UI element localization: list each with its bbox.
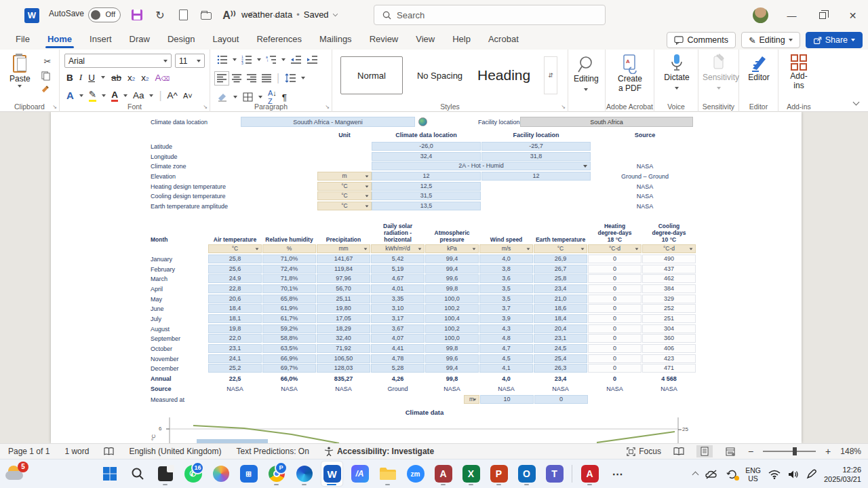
tab-review[interactable]: Review xyxy=(361,31,408,50)
store-button[interactable]: ⊞ xyxy=(238,462,259,486)
tab-mailings[interactable]: Mailings xyxy=(311,31,361,50)
month-cell[interactable]: 99,6 xyxy=(425,354,479,363)
open-folder-icon[interactable] xyxy=(198,7,214,23)
start-button[interactable] xyxy=(99,462,120,486)
tab-design[interactable]: Design xyxy=(159,31,203,50)
month-cell[interactable]: 106,50 xyxy=(317,354,370,363)
month-cell[interactable]: 141,67 xyxy=(317,255,370,263)
font-size-select[interactable]: 11 xyxy=(175,54,205,68)
month-cell[interactable]: 4,07 xyxy=(371,334,425,343)
page-indicator[interactable]: Page 1 of 1 xyxy=(8,447,50,456)
month-cell[interactable]: 61,9% xyxy=(262,304,316,313)
text-predictions[interactable]: Text Predictions: On xyxy=(237,447,309,456)
info-zone-select[interactable]: 2A - Hot - Humid xyxy=(372,162,591,170)
excel-button[interactable]: X xyxy=(460,462,481,486)
dictate-button[interactable]: Dictate xyxy=(663,54,691,92)
justify-icon[interactable] xyxy=(262,74,271,83)
underline-dropdown[interactable] xyxy=(101,76,105,79)
bullets-icon[interactable] xyxy=(217,55,228,64)
month-cell[interactable]: 25,11 xyxy=(317,295,370,303)
language-indicator[interactable]: English (United Kingdom) xyxy=(129,447,221,456)
info-climate-0[interactable]: -26,0 xyxy=(372,142,481,151)
speaker-icon[interactable] xyxy=(788,470,799,479)
format-painter-icon[interactable] xyxy=(41,84,51,94)
addins-button[interactable]: Add-ins xyxy=(785,54,812,90)
slash-a-app-button[interactable]: /A xyxy=(349,462,370,486)
tab-draw[interactable]: Draw xyxy=(121,31,159,50)
month-cell[interactable]: 4,0 xyxy=(479,255,533,263)
info-climate-1[interactable]: 32,4 xyxy=(372,152,481,161)
month-cell[interactable]: 18,6 xyxy=(534,304,587,313)
subscript-button[interactable]: x2 xyxy=(127,73,135,83)
month-cell[interactable]: 119,84 xyxy=(317,265,370,274)
editor-button[interactable]: Editor xyxy=(746,54,772,82)
tab-file[interactable]: File xyxy=(7,31,39,50)
month-cell[interactable]: 3,7 xyxy=(479,304,533,313)
tab-references[interactable]: References xyxy=(248,31,310,50)
create-pdf-button[interactable]: A Create a PDF xyxy=(611,54,649,93)
powerpoint-button[interactable]: P xyxy=(488,462,509,486)
info-unit-3[interactable]: m xyxy=(317,172,372,181)
info-climate-4[interactable]: 12,5 xyxy=(372,182,481,191)
month-cell[interactable]: 3,35 xyxy=(371,295,425,303)
print-layout-icon[interactable] xyxy=(696,445,713,457)
clear-formatting-button[interactable]: A⌫ xyxy=(155,73,170,83)
text-effects-button[interactable]: A xyxy=(66,90,74,101)
month-cell[interactable]: 26,9 xyxy=(534,255,587,263)
month-cell[interactable]: 4,8 xyxy=(479,334,533,343)
month-cell[interactable]: 99,4 xyxy=(425,364,479,373)
zoom-slider-handle[interactable] xyxy=(793,447,797,455)
underline-button[interactable]: U xyxy=(88,73,95,83)
month-cell[interactable]: 17,05 xyxy=(317,314,370,323)
edge-button[interactable] xyxy=(294,462,315,486)
tab-insert[interactable]: Insert xyxy=(81,31,121,50)
month-cell[interactable]: 99,4 xyxy=(425,265,479,274)
month-cell[interactable]: 26,7 xyxy=(534,265,587,274)
close-button[interactable]: ✕ xyxy=(837,0,868,31)
month-cell[interactable]: 100,4 xyxy=(425,314,479,323)
numbering-icon[interactable]: 123 xyxy=(241,55,252,64)
font-color-dropdown[interactable] xyxy=(123,94,127,97)
month-cell[interactable]: 70,1% xyxy=(262,284,316,293)
month-cell[interactable]: 23,1 xyxy=(208,344,262,353)
month-cell[interactable]: 3,6 xyxy=(479,274,533,283)
read-mode-icon[interactable] xyxy=(671,445,687,457)
tray-chevron-icon[interactable] xyxy=(693,470,698,478)
month-cell[interactable]: 65,8% xyxy=(262,295,316,303)
monthly-unit-6[interactable]: °C xyxy=(534,244,587,253)
minimize-button[interactable]: — xyxy=(776,0,807,31)
update-pending-icon[interactable] xyxy=(726,469,738,480)
month-cell[interactable]: 24,9 xyxy=(208,274,262,283)
style-no-spacing[interactable]: No Spacing xyxy=(405,56,475,94)
whatsapp-button[interactable]: ✆ 16 xyxy=(182,462,203,486)
month-cell[interactable]: 4,41 xyxy=(371,344,425,353)
wifi-icon[interactable] xyxy=(768,470,781,479)
web-layout-icon[interactable] xyxy=(722,445,738,457)
proofing-icon[interactable] xyxy=(104,447,114,456)
editing-menu-button[interactable]: Editing xyxy=(574,55,599,93)
month-cell[interactable]: 18,4 xyxy=(208,304,262,313)
tab-view[interactable]: View xyxy=(407,31,443,50)
month-cell[interactable]: 72,4% xyxy=(262,265,316,274)
grow-font-button[interactable]: A^ xyxy=(167,90,178,100)
month-cell[interactable]: 22,0 xyxy=(208,334,262,343)
month-cell[interactable]: 56,70 xyxy=(317,284,370,293)
paste-button[interactable]: Paste xyxy=(9,55,31,88)
month-cell[interactable]: 3,67 xyxy=(371,324,425,333)
month-cell[interactable]: 71,92 xyxy=(317,344,370,353)
month-cell[interactable]: 4,5 xyxy=(479,354,533,363)
month-cell[interactable]: 61,7% xyxy=(262,314,316,323)
onedrive-paused-icon[interactable] xyxy=(705,469,719,480)
file-explorer-button[interactable] xyxy=(377,462,398,486)
clock[interactable]: 12:26 2025/03/21 xyxy=(824,465,861,484)
editing-mode-button[interactable]: ✎ Editing xyxy=(741,32,800,48)
month-cell[interactable]: 26,3 xyxy=(534,364,587,373)
zoom-app-button[interactable]: zm xyxy=(405,462,426,486)
zoom-slider[interactable] xyxy=(763,451,816,452)
monthly-unit-1[interactable]: % xyxy=(262,244,316,253)
info-facility-3[interactable]: 12 xyxy=(481,172,591,181)
line-spacing-icon[interactable] xyxy=(285,73,296,83)
month-cell[interactable]: 20,4 xyxy=(534,324,587,333)
italic-button[interactable]: I xyxy=(79,72,83,83)
month-cell[interactable]: 100,0 xyxy=(425,295,479,303)
